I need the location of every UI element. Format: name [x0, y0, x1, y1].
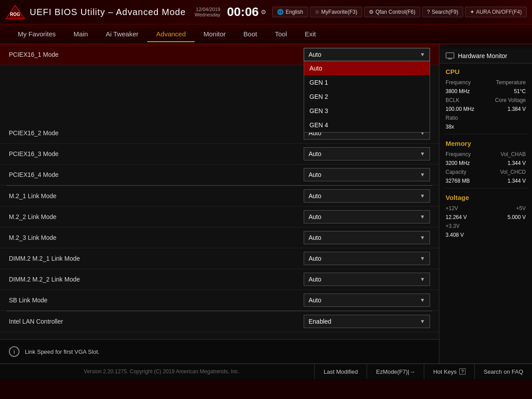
- dropdown-arrow-6-icon: ▼: [420, 214, 425, 220]
- sb-link-control: Auto ▼: [304, 293, 430, 307]
- sb-link-dropdown[interactable]: Auto ▼: [304, 293, 430, 307]
- mem-freq-row: Frequency Vol_CHAB: [439, 150, 532, 159]
- mem-cap-val-row: 32768 MB 1.344 V: [439, 176, 532, 185]
- time-display: 00:06: [227, 6, 259, 18]
- dimm2-m2-1-control: Auto ▼: [304, 252, 430, 265]
- volt-5-label: +5V: [516, 205, 526, 211]
- version-text: Version 2.20.1275. Copyright (C) 2019 Am…: [0, 368, 314, 375]
- question-box-icon: ?: [459, 368, 466, 375]
- pciex16-4-value: Auto: [309, 171, 321, 178]
- memory-section: Memory Frequency Vol_CHAB 3200 MHz 1.344…: [439, 137, 532, 185]
- mem-freq-value: 3200 MHz: [446, 160, 470, 166]
- voltage-title: Voltage: [439, 191, 532, 204]
- pciex16-4-label: PCIEX16_4 Mode: [9, 171, 304, 178]
- tab-monitor[interactable]: Monitor: [195, 27, 235, 42]
- pciex16-4-dropdown[interactable]: Auto ▼: [304, 168, 430, 181]
- tab-ai-tweaker[interactable]: Ai Tweaker: [97, 27, 147, 42]
- m2-2-dropdown[interactable]: Auto ▼: [304, 210, 430, 223]
- dimm2-m2-1-dropdown[interactable]: Auto ▼: [304, 252, 430, 265]
- pciex16-1-dropdown-btn[interactable]: Auto ▼: [304, 48, 430, 61]
- setting-intel-lan: Intel LAN Controller Enabled ▼: [0, 311, 439, 332]
- tab-tool[interactable]: Tool: [266, 27, 296, 42]
- bottom-bar: Version 2.20.1275. Copyright (C) 2019 Am…: [0, 364, 532, 379]
- fan-icon: ⚙: [369, 9, 374, 15]
- hot-keys-button[interactable]: Hot Keys ?: [424, 364, 474, 379]
- time-area: 00:06 ⚙: [227, 6, 266, 18]
- rog-logo-icon: ROG: [5, 4, 25, 20]
- hw-divider-2: [444, 188, 528, 188]
- setting-sb-link: SB Link Mode Auto ▼: [0, 290, 439, 311]
- pciex16-3-dropdown[interactable]: Auto ▼: [304, 147, 430, 160]
- language-button[interactable]: 🌐 English: [272, 7, 308, 17]
- volt-33-val-row: 3.408 V: [439, 231, 532, 239]
- monitor-icon: [446, 52, 454, 59]
- option-gen3[interactable]: GEN 3: [304, 104, 430, 118]
- mem-freq-label: Frequency: [446, 151, 471, 157]
- pciex16-1-dropdown-container: Auto ▼ Auto GEN 1 GEN 2 GEN 3 GEN 4: [304, 48, 430, 61]
- aura-label: AURA ON/OFF(F4): [476, 9, 522, 15]
- cpu-corevolt-value: 1.384 V: [508, 106, 526, 112]
- dropdown-arrow-7-icon: ▼: [420, 235, 425, 241]
- tab-advanced[interactable]: Advanced: [147, 27, 195, 42]
- mem-volchab-label: Vol_CHAB: [501, 151, 526, 157]
- dropdown-arrow-11-icon: ▼: [420, 318, 425, 325]
- search-button[interactable]: ? Search(F9): [422, 7, 463, 17]
- setting-m2-3: M.2_3 Link Mode Auto ▼: [0, 227, 439, 248]
- dropdown-arrow-9-icon: ▼: [420, 276, 425, 282]
- dropdown-arrow-5-icon: ▼: [420, 193, 425, 199]
- time-settings-icon[interactable]: ⚙: [261, 8, 266, 16]
- pciex16-3-control: Auto ▼: [304, 147, 430, 160]
- mem-volchab-value: 1.344 V: [508, 160, 526, 166]
- qfan-button[interactable]: ⚙ Qfan Control(F6): [364, 7, 420, 17]
- last-modified-button[interactable]: Last Modified: [314, 364, 367, 379]
- m2-1-dropdown[interactable]: Auto ▼: [304, 189, 430, 203]
- dropdown-arrow-icon: ▼: [420, 51, 425, 58]
- tab-main[interactable]: Main: [65, 27, 97, 42]
- svg-rect-3: [446, 53, 454, 58]
- tab-exit[interactable]: Exit: [296, 27, 325, 42]
- hw-monitor-title: Hardware Monitor: [458, 52, 507, 59]
- mem-volchcd-value: 1.344 V: [508, 178, 526, 184]
- cpu-temp-value: 51°C: [514, 88, 526, 94]
- m2-2-control: Auto ▼: [304, 210, 430, 223]
- day-display: Wednesday: [195, 12, 220, 17]
- cpu-section: CPU Frequency Temperature 3800 MHz 51°C …: [439, 65, 532, 131]
- volt-12-value: 12.264 V: [446, 214, 467, 220]
- search-faq-button[interactable]: Search on FAQ: [474, 364, 532, 379]
- search-faq-label: Search on FAQ: [484, 368, 523, 375]
- option-auto[interactable]: Auto: [304, 61, 430, 75]
- dimm2-m2-2-dropdown[interactable]: Auto ▼: [304, 273, 430, 286]
- pciex16-1-label: PCIEX16_1 Mode: [9, 51, 304, 58]
- option-gen4[interactable]: GEN 4: [304, 118, 430, 132]
- date-display: 12/04/2019: [196, 7, 220, 12]
- app-title: UEFI BIOS Utility – Advanced Mode: [30, 7, 186, 17]
- m2-1-label: M.2_1 Link Mode: [9, 192, 304, 200]
- setting-pciex16-1: PCIEX16_1 Mode Auto ▼ Auto GEN 1 GEN 2 G…: [0, 44, 439, 65]
- sb-link-value: Auto: [309, 297, 321, 304]
- ez-mode-button[interactable]: EzMode(F7)|→: [367, 364, 424, 379]
- cpu-freq-row: Frequency Temperature: [439, 78, 532, 87]
- myfavorite-button[interactable]: ☆ MyFavorite(F3): [310, 7, 362, 17]
- option-gen1[interactable]: GEN 1: [304, 75, 430, 90]
- volt-33-row: +3.3V: [439, 222, 532, 231]
- tab-my-favorites[interactable]: My Favorites: [9, 27, 65, 42]
- info-bar: i Link Speed for first VGA Slot.: [0, 339, 439, 364]
- cpu-title: CPU: [439, 65, 532, 78]
- aura-button[interactable]: ✦ AURA ON/OFF(F4): [465, 7, 527, 17]
- language-label: English: [286, 9, 303, 15]
- m2-3-dropdown[interactable]: Auto ▼: [304, 231, 430, 244]
- tab-boot[interactable]: Boot: [235, 27, 266, 42]
- pciex16-3-value: Auto: [309, 150, 321, 157]
- header: ROG UEFI BIOS Utility – Advanced Mode 12…: [0, 0, 532, 24]
- cpu-temp-label: Temperature: [496, 79, 526, 86]
- intel-lan-dropdown[interactable]: Enabled ▼: [304, 315, 430, 328]
- option-gen2[interactable]: GEN 2: [304, 90, 430, 104]
- qfan-label: Qfan Control(F6): [376, 9, 415, 15]
- voltage-section: Voltage +12V +5V 12.264 V 5.000 V +3.3V …: [439, 191, 532, 239]
- dropdown-arrow-3-icon: ▼: [420, 151, 425, 157]
- mem-freq-val-row: 3200 MHz 1.344 V: [439, 159, 532, 168]
- pciex16-4-control: Auto ▼: [304, 168, 430, 181]
- nav-tabs: My Favorites Main Ai Tweaker Advanced Mo…: [0, 24, 532, 44]
- cpu-bclk-val-row: 100.00 MHz 1.384 V: [439, 105, 532, 113]
- cpu-ratio-label: Ratio: [446, 115, 458, 121]
